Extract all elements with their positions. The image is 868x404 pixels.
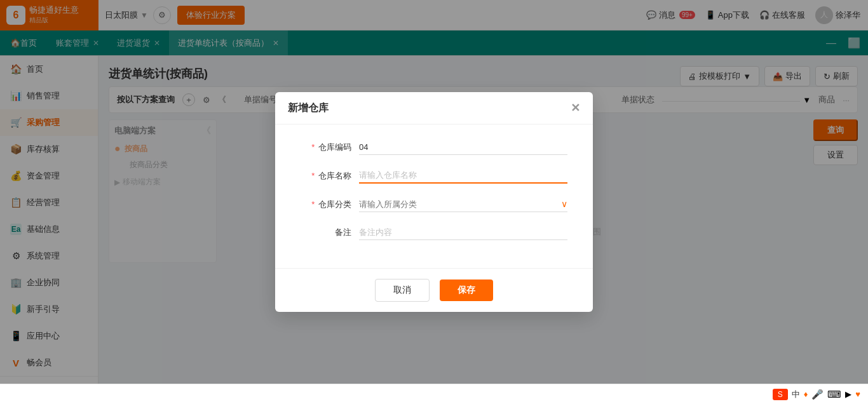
new-warehouse-dialog: 新增仓库 ✕ * 仓库编码 * 仓库名称 [275,92,593,312]
remark-label: 备注 [301,227,351,238]
dialog-footer: 取消 保存 [275,268,593,312]
name-input[interactable] [359,168,567,184]
play-icon[interactable]: ▶ [845,389,851,399]
name-label: * 仓库名称 [301,170,351,182]
dialog-body: * 仓库编码 * 仓库名称 * 仓库分类 [275,125,593,268]
category-required-mark: * [311,199,315,209]
dot-icon: ♦ [804,389,808,399]
mic-icon[interactable]: 🎤 [811,389,824,400]
form-row-remark: 备注 [301,225,567,240]
form-row-code: * 仓库编码 [301,140,567,155]
cancel-button[interactable]: 取消 [375,279,430,302]
category-select[interactable]: ∨ [359,196,567,212]
code-input[interactable] [359,140,567,155]
bottom-status-bar: S 中 ♦ 🎤 ⌨ ▶ ♥ [0,384,868,404]
s-logo-icon: S [773,389,788,400]
heart-icon: ♥ [855,389,860,399]
code-label: * 仓库编码 [301,142,351,153]
code-required-mark: * [311,142,315,152]
dialog-title: 新增仓库 [288,102,329,115]
name-required-mark: * [311,171,315,180]
category-chevron-icon: ∨ [561,199,567,209]
dialog-close-icon[interactable]: ✕ [571,101,580,115]
category-label: * 仓库分类 [301,199,351,210]
form-row-category: * 仓库分类 ∨ [301,196,567,212]
keyboard-icon[interactable]: ⌨ [827,389,841,400]
dialog-header: 新增仓库 ✕ [275,92,593,125]
category-input[interactable] [359,199,561,209]
remark-input[interactable] [359,225,567,240]
form-row-name: * 仓库名称 [301,168,567,184]
bottom-right-items: S 中 ♦ 🎤 ⌨ ▶ ♥ [773,389,860,400]
chinese-chars-icon: 中 [792,389,800,400]
modal-overlay: 新增仓库 ✕ * 仓库编码 * 仓库名称 [0,0,868,404]
save-button[interactable]: 保存 [440,279,493,301]
